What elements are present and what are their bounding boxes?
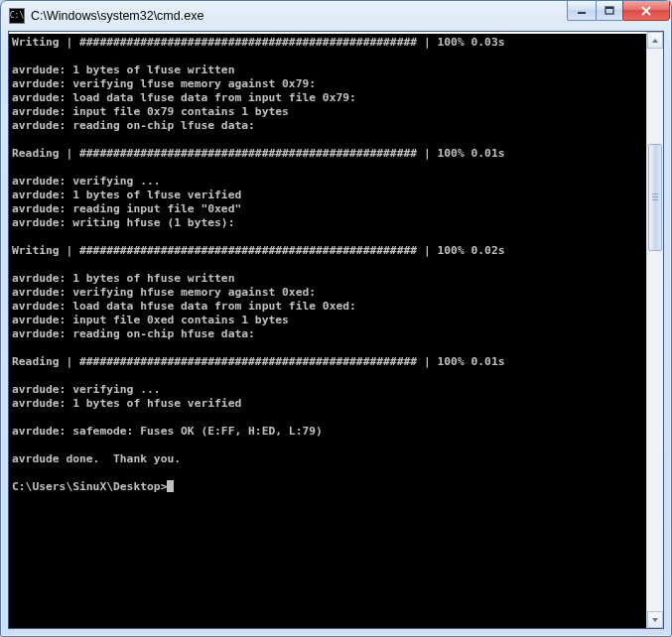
terminal-line: avrdude: input file 0x79 contains 1 byte…	[12, 105, 646, 119]
window-title: C:\Windows\system32\cmd.exe	[31, 9, 568, 23]
terminal-line	[12, 411, 646, 425]
terminal-line: Reading | ##############################…	[12, 147, 646, 161]
terminal-line: avrdude: load data hfuse data from input…	[12, 300, 646, 314]
terminal-line: avrdude: verifying ...	[12, 383, 646, 397]
cmd-window: C:\ C:\Windows\system32\cmd.exe Writing …	[0, 0, 672, 637]
terminal-line	[12, 466, 646, 480]
terminal-prompt-line[interactable]: C:\Users\SinuX\Desktop>	[12, 480, 646, 494]
terminal-line: avrdude: load data lfuse data from input…	[12, 91, 646, 105]
terminal-line: avrdude done. Thank you.	[12, 452, 646, 466]
terminal-line: Writing | ##############################…	[12, 244, 646, 258]
client-area: Writing | ##############################…	[8, 31, 664, 629]
terminal-line: avrdude: 1 bytes of hfuse verified	[12, 397, 646, 411]
maximize-icon	[605, 6, 614, 16]
vertical-scrollbar[interactable]	[646, 32, 663, 628]
terminal-line: avrdude: 1 bytes of lfuse written	[12, 64, 646, 77]
scrollbar-track[interactable]	[647, 49, 663, 611]
scroll-down-button[interactable]	[647, 611, 663, 628]
window-controls	[568, 1, 670, 31]
minimize-icon	[577, 6, 587, 16]
minimize-button[interactable]	[567, 1, 597, 21]
terminal-line: avrdude: reading input file "0xed"	[12, 202, 646, 216]
chevron-down-icon	[651, 616, 659, 624]
terminal-line: Writing | ##############################…	[12, 36, 646, 50]
scrollbar-thumb[interactable]	[648, 144, 662, 251]
maximize-button[interactable]	[596, 1, 623, 21]
terminal-line	[12, 230, 646, 244]
cmd-icon-label: C:\	[10, 12, 24, 20]
svg-rect-2	[605, 7, 613, 9]
chevron-up-icon	[651, 37, 659, 45]
terminal-line	[12, 369, 646, 383]
terminal-line: avrdude: 1 bytes of lfuse verified	[12, 189, 646, 202]
terminal-line	[12, 258, 646, 272]
close-button[interactable]	[622, 1, 670, 21]
terminal-line: avrdude: reading on-chip hfuse data:	[12, 327, 646, 341]
terminal-caret	[167, 480, 174, 492]
terminal-line: avrdude: writing hfuse (1 bytes):	[12, 216, 646, 230]
terminal-prompt: C:\Users\SinuX\Desktop>	[12, 480, 167, 494]
terminal-line: Reading | ##############################…	[12, 355, 646, 369]
titlebar[interactable]: C:\ C:\Windows\system32\cmd.exe	[1, 1, 671, 31]
scroll-up-button[interactable]	[647, 32, 663, 49]
cmd-icon: C:\	[9, 8, 25, 24]
terminal-line	[12, 133, 646, 147]
terminal-line: avrdude: verifying hfuse memory against …	[12, 286, 646, 300]
terminal-line: avrdude: reading on-chip lfuse data:	[12, 119, 646, 133]
terminal-line	[12, 161, 646, 175]
scrollbar-grip-icon	[652, 193, 658, 201]
terminal-line: avrdude: verifying lfuse memory against …	[12, 77, 646, 91]
terminal-output[interactable]: Writing | ##############################…	[9, 32, 646, 628]
terminal-line: avrdude: 1 bytes of hfuse written	[12, 272, 646, 286]
terminal-line: avrdude: input file 0xed contains 1 byte…	[12, 314, 646, 327]
svg-rect-0	[578, 12, 586, 14]
terminal-line	[12, 341, 646, 355]
close-icon	[640, 6, 652, 16]
terminal-line	[12, 439, 646, 452]
terminal-line	[12, 50, 646, 64]
terminal-line: avrdude: verifying ...	[12, 175, 646, 189]
terminal-line: avrdude: safemode: Fuses OK (E:FF, H:ED,…	[12, 425, 646, 439]
